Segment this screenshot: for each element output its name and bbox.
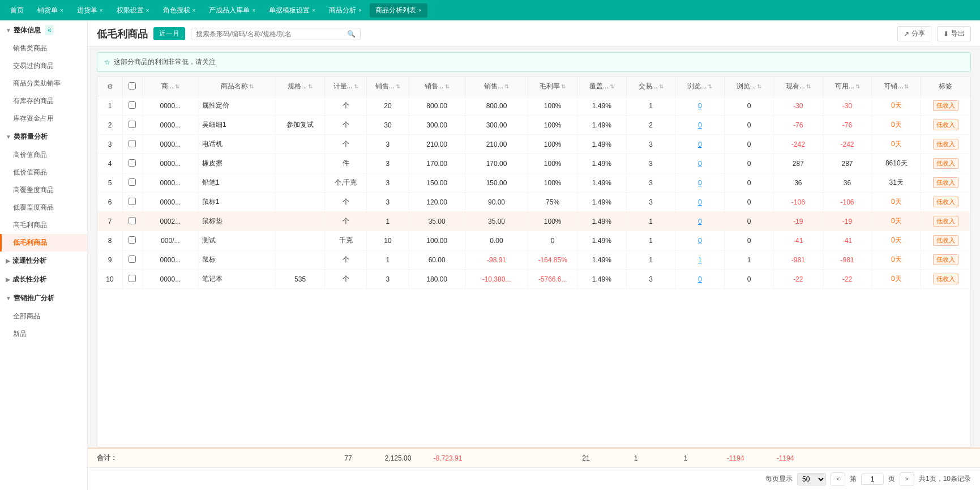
sidebar-group-flow[interactable]: ▶ 流通性分析 [0, 252, 87, 270]
close-icon[interactable]: × [100, 7, 103, 14]
th-checkbox[interactable] [123, 77, 143, 96]
close-icon[interactable]: × [252, 7, 255, 14]
page-size-select[interactable]: 50 20 100 [797, 473, 826, 485]
share-button[interactable]: ↗ 分享 [897, 26, 931, 41]
cell-views2: 0 [725, 154, 774, 173]
th-current[interactable]: 现有...⇅ [773, 77, 823, 96]
collapse-button[interactable]: « [45, 25, 54, 35]
sort-icon: ⇅ [561, 83, 566, 90]
row-checkbox[interactable] [129, 217, 136, 224]
nav-item-products[interactable]: 产成品入库单 × [203, 3, 261, 18]
sidebar-item-high-coverage[interactable]: 高覆盖度商品 [0, 181, 87, 199]
sidebar-item-high-margin[interactable]: 高毛利商品 [0, 216, 87, 234]
export-icon: ⬇ [943, 30, 949, 38]
period-button[interactable]: 近一月 [153, 27, 185, 40]
nav-item-home[interactable]: 首页 [5, 3, 29, 18]
close-icon[interactable]: × [146, 7, 149, 14]
sidebar-item-low-coverage[interactable]: 低覆盖度商品 [0, 199, 87, 216]
row-checkbox[interactable] [129, 159, 136, 167]
th-sale-profit[interactable]: 销售...⇅ [465, 77, 528, 96]
nav-item-analysis[interactable]: 商品分析 × [323, 3, 367, 18]
nav-item-sales[interactable]: 销货单 × [32, 3, 69, 18]
nav-item-permissions[interactable]: 权限设置 × [111, 3, 155, 18]
cell-views1[interactable]: 0 [675, 212, 725, 231]
next-page-button[interactable]: ＞ [900, 472, 914, 485]
cell-sale-qty: 20 [367, 96, 409, 116]
cell-views1[interactable]: 1 [675, 250, 725, 270]
row-checkbox[interactable] [129, 101, 136, 109]
row-checkbox[interactable] [129, 121, 136, 128]
cell-sale-price: 210.00 [409, 135, 465, 154]
close-icon[interactable]: × [418, 7, 422, 14]
cell-views2: 0 [725, 173, 774, 193]
row-checkbox[interactable] [129, 178, 136, 186]
cell-no: 3 [97, 135, 123, 154]
close-icon[interactable]: × [312, 7, 315, 14]
row-checkbox[interactable] [129, 275, 136, 282]
cell-transactions: 1 [626, 96, 675, 116]
sidebar-group-marketing[interactable]: ▼ 营销推广分析 [0, 289, 87, 308]
row-checkbox[interactable] [129, 198, 136, 205]
cell-views1[interactable]: 0 [675, 193, 725, 212]
cell-views1[interactable]: 0 [675, 96, 725, 116]
sidebar-group-growth[interactable]: ▶ 成长性分析 [0, 270, 87, 289]
search-icon[interactable]: 🔍 [347, 30, 356, 38]
th-tag[interactable]: 标签 [921, 77, 970, 96]
th-code[interactable]: 商...⇅ [142, 77, 198, 96]
cell-views1[interactable]: 0 [675, 173, 725, 193]
cell-views1[interactable]: 0 [675, 231, 725, 250]
cell-transactions: 3 [626, 135, 675, 154]
sidebar-item-category-sales[interactable]: 商品分类助销率 [0, 75, 87, 92]
th-sale-price[interactable]: 销售...⇅ [409, 77, 465, 96]
sidebar-group-general[interactable]: ▼ 整体信息 « [0, 20, 87, 40]
cell-sale-price: 150.00 [409, 173, 465, 193]
row-checkbox[interactable] [129, 140, 136, 147]
th-gross-margin[interactable]: 毛利率⇅ [528, 77, 577, 96]
row-checkbox[interactable] [129, 236, 136, 244]
cell-views1[interactable]: 0 [675, 135, 725, 154]
search-input[interactable] [196, 30, 347, 38]
sidebar-item-in-stock[interactable]: 有库存的商品 [0, 92, 87, 110]
th-saleable[interactable]: 可销...⇅ [872, 77, 921, 96]
cell-views1[interactable]: 0 [675, 154, 725, 173]
cell-views2: 0 [725, 135, 774, 154]
row-checkbox[interactable] [129, 255, 136, 263]
page-number-input[interactable] [861, 474, 884, 485]
footer-sale-profit: -8,723.91 [425, 454, 470, 462]
cell-views1[interactable]: 0 [675, 270, 725, 289]
nav-item-analysis-list[interactable]: 商品分析列表 × [370, 3, 427, 18]
th-coverage[interactable]: 覆盖...⇅ [577, 77, 627, 96]
sidebar-item-sales-products[interactable]: 销售类商品 [0, 40, 87, 57]
prev-page-button[interactable]: ＜ [831, 472, 845, 485]
cell-tag: 低收入 [921, 193, 970, 212]
sidebar-item-low-value[interactable]: 低价值商品 [0, 164, 87, 181]
th-spec[interactable]: 规格...⇅ [276, 77, 325, 96]
cell-views1[interactable]: 0 [675, 116, 725, 135]
sidebar-item-inventory-capital[interactable]: 库存资金占用 [0, 110, 87, 127]
th-transactions[interactable]: 交易...⇅ [626, 77, 675, 96]
th-views1[interactable]: 浏览...⇅ [675, 77, 725, 96]
sidebar-item-all-products[interactable]: 全部商品 [0, 308, 87, 325]
th-unit[interactable]: 计量...⇅ [324, 77, 366, 96]
sidebar-item-high-value[interactable]: 高价值商品 [0, 146, 87, 164]
th-available[interactable]: 可用...⇅ [823, 77, 872, 96]
close-icon[interactable]: × [192, 7, 196, 14]
th-settings[interactable]: ⚙ [97, 77, 123, 96]
cell-code: 0000... [142, 193, 198, 212]
table-row: 9 0000... 鼠标 个 1 60.00 -98.91 -164.85% 1… [97, 250, 970, 270]
th-name[interactable]: 商品名称⇅ [198, 77, 275, 96]
close-icon[interactable]: × [358, 7, 362, 14]
nav-item-roles[interactable]: 角色授权 × [157, 3, 202, 18]
sidebar-item-traded-products[interactable]: 交易过的商品 [0, 57, 87, 75]
select-all-checkbox[interactable] [129, 82, 136, 90]
nav-item-purchase[interactable]: 进货单 × [71, 3, 109, 18]
nav-item-templates[interactable]: 单据模板设置 × [263, 3, 321, 18]
sidebar-group-cluster[interactable]: ▼ 类群量分析 [0, 127, 87, 146]
close-icon[interactable]: × [60, 7, 63, 14]
sidebar-item-new-products[interactable]: 新品 [0, 325, 87, 343]
sidebar-item-low-margin[interactable]: 低毛利商品 [0, 234, 87, 252]
th-sale-qty[interactable]: 销售...⇅ [367, 77, 409, 96]
export-button[interactable]: ⬇ 导出 [937, 26, 971, 41]
top-nav: 首页 销货单 × 进货单 × 权限设置 × 角色授权 × 产成品入库单 × 单据… [0, 0, 980, 20]
th-views2[interactable]: 浏览...⇅ [725, 77, 774, 96]
